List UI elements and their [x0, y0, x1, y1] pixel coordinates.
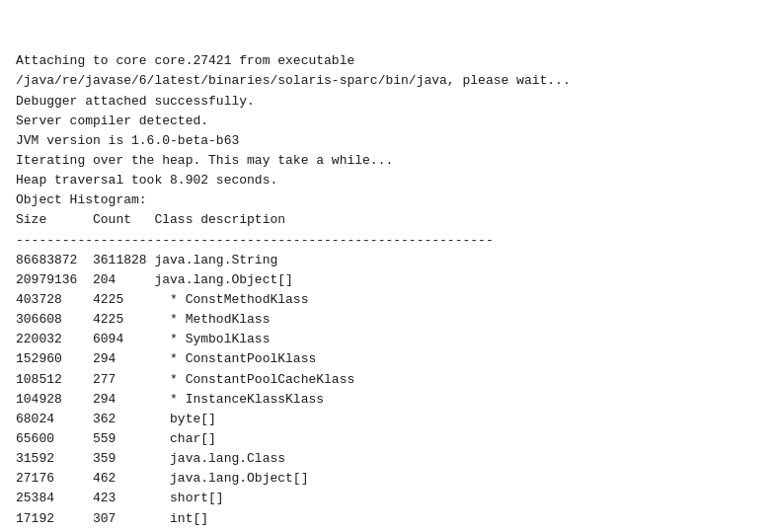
table-row: 306608 4225 * MethodKlass [16, 310, 762, 330]
table-row: 17192 307 int[] [16, 509, 762, 529]
table-row: 65600 559 char[] [16, 429, 762, 449]
table-row: 220032 6094 * SymbolKlass [16, 330, 762, 349]
table-header: Size Count Class description [16, 210, 762, 230]
terminal-line: Heap traversal took 8.902 seconds. [16, 171, 762, 190]
table-row: 31592 359 java.lang.Class [16, 449, 762, 469]
table-row: 86683872 3611828 java.lang.String [16, 251, 762, 270]
trailing-line: : [16, 529, 762, 532]
terminal-output: Attaching to core core.27421 from execut… [16, 12, 762, 532]
table-row: 152960 294 * ConstantPoolKlass [16, 349, 762, 369]
terminal-line: JVM version is 1.6.0-beta-b63 [16, 131, 762, 151]
table-row: 104928 294 * InstanceKlassKlass [16, 390, 762, 410]
terminal-line: Server compiler detected. [16, 112, 762, 131]
table-row: 108512 277 * ConstantPoolCacheKlass [16, 370, 762, 390]
terminal-line: Object Histogram: [16, 190, 762, 210]
terminal-line: Debugger attached successfully. [16, 92, 762, 112]
terminal-line: Attaching to core core.27421 from execut… [16, 51, 762, 71]
table-divider: ----------------------------------------… [16, 231, 762, 251]
table-row: 25384 423 short[] [16, 489, 762, 508]
table-row: 68024 362 byte[] [16, 410, 762, 429]
terminal-line: /java/re/javase/6/latest/binaries/solari… [16, 71, 762, 91]
table-row: 403728 4225 * ConstMethodKlass [16, 290, 762, 310]
table-row: 20979136 204 java.lang.Object[] [16, 270, 762, 290]
terminal-line: Iterating over the heap. This may take a… [16, 151, 762, 171]
table-row: 27176 462 java.lang.Object[] [16, 469, 762, 489]
